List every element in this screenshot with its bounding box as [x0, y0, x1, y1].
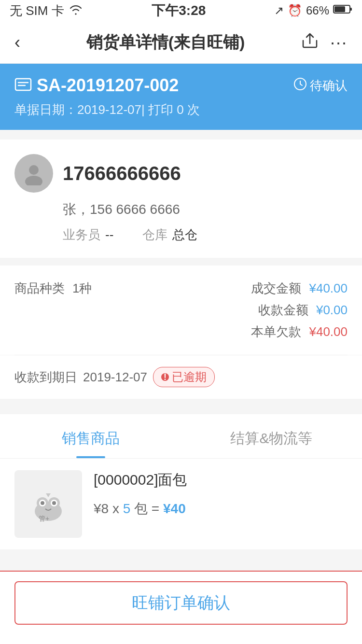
due-date-value: 2019-12-07: [83, 370, 147, 385]
unit: 包: [134, 501, 148, 516]
warehouse-meta: 仓库 总仓: [142, 226, 197, 243]
nav-actions: ···: [301, 32, 348, 53]
debt-amount-value: ¥40.00: [309, 324, 348, 339]
collection-amount-value: ¥0.00: [316, 303, 348, 318]
location-icon: ↗: [274, 4, 284, 17]
order-icon: [14, 75, 32, 96]
order-date: 单据日期：2019-12-07| 打印 0 次: [14, 101, 348, 118]
tabs-section: 销售商品 结算&物流等: [0, 414, 362, 459]
amounts-section: 成交金额 ¥40.00 收款金额 ¥0.00 本单欠款 ¥40.00: [251, 280, 348, 340]
price-separator: x: [112, 501, 123, 516]
battery-level: 66%: [306, 4, 329, 17]
product-price: ¥8 x 5 包 = ¥40: [94, 500, 348, 518]
confirm-order-button[interactable]: 旺铺订单确认: [14, 581, 348, 625]
status-left: 无 SIM 卡: [10, 2, 84, 19]
order-id: SA-20191207-002: [14, 75, 179, 96]
nav-bar: ‹ 销货单详情(来自旺铺) ···: [0, 21, 362, 64]
transaction-amount-label: 成交金额: [251, 280, 301, 297]
product-image: 管+: [14, 470, 82, 538]
clock-icon: [293, 77, 307, 94]
equals-sign: =: [152, 501, 163, 516]
section-divider-2: [0, 399, 362, 406]
svg-point-13: [52, 501, 56, 505]
svg-rect-3: [15, 79, 31, 90]
tab-settlement[interactable]: 结算&物流等: [181, 414, 362, 458]
product-type-item: 商品种类 1种: [14, 280, 92, 297]
battery-icon: [333, 4, 352, 17]
quantity: 5: [123, 501, 131, 516]
collection-amount-label: 收款金额: [258, 302, 308, 319]
product-info: [0000002]面包 ¥8 x 5 包 = ¥40: [94, 470, 348, 518]
overdue-badge: ! 已逾期: [153, 367, 215, 387]
alarm-icon: ⏰: [288, 4, 302, 17]
collection-amount-row: 收款金额 ¥0.00: [258, 302, 348, 319]
warehouse-label: 仓库: [142, 226, 167, 243]
section-divider-1: [0, 258, 362, 266]
svg-point-12: [41, 501, 44, 505]
share-icon[interactable]: [301, 32, 319, 53]
page-title: 销货单详情(来自旺铺): [30, 31, 301, 54]
unit-price: ¥8: [94, 501, 109, 516]
status-time: 下午3:28: [152, 1, 206, 20]
order-header: SA-20191207-002 待确认 单据日期：2019-12-07| 打印 …: [0, 64, 362, 130]
svg-point-5: [29, 165, 39, 175]
debt-amount-row: 本单欠款 ¥40.00: [251, 323, 348, 340]
debt-amount-label: 本单欠款: [251, 323, 301, 340]
due-date-label: 收款到期日: [14, 369, 77, 386]
customer-section: 17666666666 张，156 6666 6666 业务员 -- 仓库 总仓: [0, 140, 362, 258]
due-date-section: 收款到期日 2019-12-07 ! 已逾期: [0, 355, 362, 399]
total-price: ¥40: [163, 501, 186, 516]
wifi-icon: [68, 3, 84, 18]
customer-name: 张，156 6666 6666: [14, 200, 348, 219]
overdue-text: 已逾期: [172, 369, 207, 385]
back-button[interactable]: ‹: [14, 32, 30, 53]
svg-rect-2: [334, 6, 345, 12]
customer-avatar: [14, 154, 53, 193]
warehouse-value: 总仓: [172, 226, 197, 243]
salesperson-label: 业务员: [63, 226, 100, 243]
bottom-bar: 旺铺订单确认: [0, 571, 362, 644]
order-status: 待确认: [293, 77, 348, 94]
salesperson-value: --: [105, 227, 113, 242]
transaction-amount-value: ¥40.00: [309, 281, 348, 296]
tab-products[interactable]: 销售商品: [0, 414, 181, 458]
status-right: ↗ ⏰ 66%: [274, 4, 352, 17]
product-section: 管+ [0000002]面包 ¥8 x 5 包 = ¥40: [0, 459, 362, 549]
more-icon[interactable]: ···: [330, 32, 348, 53]
product-type-label: 商品种类: [14, 280, 65, 297]
product-name: [0000002]面包: [94, 470, 348, 490]
svg-rect-1: [350, 8, 352, 11]
svg-point-6: [25, 176, 42, 185]
summary-section: 商品种类 1种 成交金额 ¥40.00 收款金额 ¥0.00 本单欠款 ¥40.…: [0, 266, 362, 355]
overdue-icon: !: [161, 373, 169, 381]
transaction-amount-row: 成交金额 ¥40.00: [251, 280, 348, 297]
salesperson-meta: 业务员 --: [63, 226, 113, 243]
carrier-label: 无 SIM 卡: [10, 2, 64, 19]
product-type-value: 1种: [72, 280, 92, 297]
svg-text:管+: 管+: [39, 515, 49, 522]
customer-phone: 17666666666: [63, 163, 181, 184]
status-bar: 无 SIM 卡 下午3:28 ↗ ⏰ 66%: [0, 0, 362, 21]
